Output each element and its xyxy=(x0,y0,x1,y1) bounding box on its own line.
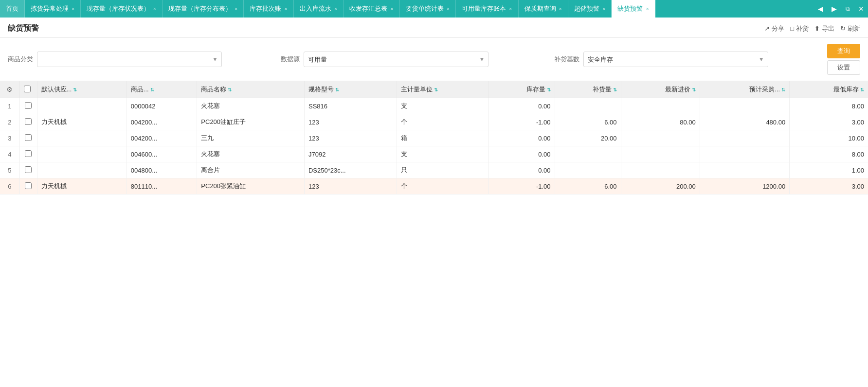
data-source-group: 数据源 可用量 ▼ xyxy=(281,52,544,67)
row-product-code-1: 0000042 xyxy=(127,98,197,114)
row-min-stock-3: 10.00 xyxy=(790,130,868,146)
settings-button[interactable]: 设置 xyxy=(827,60,860,75)
export-btn[interactable]: ⬆ 导出 xyxy=(814,24,834,33)
min-stock-sort[interactable]: 最低库存 ⇅ xyxy=(833,85,864,94)
table-row: 1 0000042 火花塞 SS816 支 0.00 8.00 xyxy=(0,98,868,114)
tab-prev-btn[interactable]: ◀ xyxy=(814,0,827,18)
row-checkbox-1 xyxy=(19,98,37,114)
row-select-1[interactable] xyxy=(25,102,32,109)
row-supplier-1 xyxy=(37,98,127,114)
replenish-basis-select[interactable]: 安全库存 xyxy=(583,52,768,67)
row-estimated-purchase-2: 480.00 xyxy=(700,114,789,130)
product-code-sort[interactable]: 商品... ⇅ xyxy=(131,85,154,94)
row-supplier-4 xyxy=(37,146,127,162)
tab-overstock[interactable]: 超储预警 × xyxy=(568,0,612,18)
row-unit-2: 个 xyxy=(397,114,488,130)
row-checkbox-5 xyxy=(19,162,37,178)
unit-sort[interactable]: 主计量单位 ⇅ xyxy=(401,85,438,94)
supplier-sort[interactable]: 默认供应... ⇅ xyxy=(41,85,77,94)
row-select-3[interactable] xyxy=(25,134,32,141)
row-replenish-qty-1 xyxy=(555,98,621,114)
tab-stock-status[interactable]: 现存量（库存状况表） × xyxy=(81,0,162,18)
header-actions: ↗ 分享 □ 补货 ⬆ 导出 ↻ 刷新 xyxy=(764,24,860,33)
data-table: ⚙ 默认供应... ⇅ 商品... ⇅ xyxy=(0,81,868,194)
tab-abnormal[interactable]: 拣货异常处理 × xyxy=(25,0,81,18)
gear-icon[interactable]: ⚙ xyxy=(6,86,13,93)
data-source-select[interactable]: 可用量 xyxy=(304,52,488,67)
row-unit-4: 支 xyxy=(397,146,488,162)
row-spec-2: 123 xyxy=(304,114,397,130)
tab-batch[interactable]: 库存批次账 × xyxy=(244,0,293,18)
tab-restore-btn[interactable]: ⧉ xyxy=(841,0,854,18)
table-row: 2 力天机械 004200... PC200油缸庄子 123 个 -1.00 6… xyxy=(0,114,868,130)
row-stock-qty-2: -1.00 xyxy=(488,114,555,130)
tab-close-stock-dist[interactable]: × xyxy=(235,6,237,12)
tab-collect[interactable]: 收发存汇总表 × xyxy=(344,0,399,18)
tab-close-batch[interactable]: × xyxy=(284,6,287,12)
tab-home[interactable]: 首页 xyxy=(0,0,25,18)
tab-expire[interactable]: 保质期查询 × xyxy=(519,0,568,18)
tab-close-all-btn[interactable]: ✕ xyxy=(854,0,868,18)
tab-close-stock-status[interactable]: × xyxy=(153,6,156,12)
row-spec-4: J7092 xyxy=(304,146,397,162)
spec-sort[interactable]: 规格型号 ⇅ xyxy=(308,85,339,94)
col-product-name: 商品名称 ⇅ xyxy=(197,81,305,98)
row-select-4[interactable] xyxy=(25,150,32,157)
row-latest-price-4 xyxy=(621,146,700,162)
refresh-btn[interactable]: ↻ 刷新 xyxy=(840,24,860,33)
row-unit-1: 支 xyxy=(397,98,488,114)
product-name-sort[interactable]: 商品名称 ⇅ xyxy=(201,85,232,94)
tab-close-inout[interactable]: × xyxy=(334,6,337,12)
row-supplier-3 xyxy=(37,130,127,146)
replenish-btn[interactable]: □ 补货 xyxy=(790,24,809,33)
data-source-select-wrap: 可用量 ▼ xyxy=(304,52,488,67)
tab-next-btn[interactable]: ▶ xyxy=(827,0,841,18)
row-replenish-qty-3: 20.00 xyxy=(555,130,621,146)
row-replenish-qty-5 xyxy=(555,162,621,178)
tab-demand[interactable]: 要货单统计表 × xyxy=(400,0,456,18)
tab-close-overstock[interactable]: × xyxy=(602,6,605,12)
row-product-name-5: 离合片 xyxy=(197,162,305,178)
row-min-stock-1: 8.00 xyxy=(790,98,868,114)
tab-available[interactable]: 可用量库存账本 × xyxy=(456,0,518,18)
row-latest-price-5 xyxy=(621,162,700,178)
product-category-select[interactable] xyxy=(37,52,222,67)
tab-close-collect[interactable]: × xyxy=(390,6,393,12)
row-estimated-purchase-1 xyxy=(700,98,789,114)
row-unit-3: 箱 xyxy=(397,130,488,146)
row-supplier-2: 力天机械 xyxy=(37,114,127,130)
tab-close-available[interactable]: × xyxy=(509,6,512,12)
row-num-3: 3 xyxy=(0,130,19,146)
tab-close-demand[interactable]: × xyxy=(447,6,450,12)
row-select-5[interactable] xyxy=(25,166,32,173)
sort-icon-6: ⇅ xyxy=(547,87,551,92)
row-min-stock-2: 3.00 xyxy=(790,114,868,130)
latest-price-sort[interactable]: 最新进价 ⇅ xyxy=(665,85,696,94)
row-supplier-6: 力天机械 xyxy=(37,178,127,194)
query-button[interactable]: 查询 xyxy=(827,44,860,58)
row-latest-price-2: 80.00 xyxy=(621,114,700,130)
row-product-code-2: 004200... xyxy=(127,114,197,130)
row-select-2[interactable] xyxy=(25,118,32,125)
tab-shortage[interactable]: 缺货预警 × xyxy=(612,0,655,18)
stock-qty-sort[interactable]: 库存量 ⇅ xyxy=(526,85,551,94)
row-select-6[interactable] xyxy=(25,182,32,189)
replenish-basis-select-wrap: 安全库存 ▼ xyxy=(583,52,768,67)
row-stock-qty-1: 0.00 xyxy=(488,98,555,114)
row-product-code-3: 004200... xyxy=(127,130,197,146)
replenish-qty-sort[interactable]: 补货量 ⇅ xyxy=(593,85,617,94)
tab-close-abnormal[interactable]: × xyxy=(72,6,74,12)
col-settings: ⚙ xyxy=(0,81,19,98)
row-latest-price-6: 200.00 xyxy=(621,178,700,194)
row-checkbox-3 xyxy=(19,130,37,146)
tab-inout[interactable]: 出入库流水 × xyxy=(294,0,344,18)
table-body: 1 0000042 火花塞 SS816 支 0.00 8.00 2 力天机械 0… xyxy=(0,98,868,194)
share-btn[interactable]: ↗ 分享 xyxy=(764,24,784,33)
select-all-checkbox[interactable] xyxy=(24,86,31,92)
tab-close-shortage[interactable]: × xyxy=(646,6,649,12)
row-checkbox-2 xyxy=(19,114,37,130)
tab-close-expire[interactable]: × xyxy=(559,6,562,12)
tab-stock-dist[interactable]: 现存量（库存分布表） × xyxy=(163,0,244,18)
row-replenish-qty-2: 6.00 xyxy=(555,114,621,130)
estimated-purchase-sort[interactable]: 预计采购... ⇅ xyxy=(749,85,785,94)
